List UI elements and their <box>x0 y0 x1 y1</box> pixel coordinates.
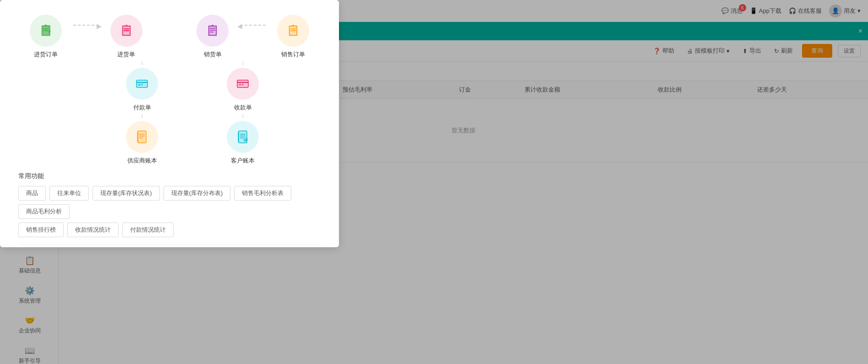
svg-rect-17 <box>138 84 141 86</box>
svg-rect-29 <box>137 132 138 142</box>
svg-rect-7 <box>208 25 217 36</box>
svg-rect-22 <box>239 84 241 86</box>
btn-sales-rank[interactable]: 销售排行榜 <box>59 223 64 237</box>
btn-partner[interactable]: 往来单位 <box>59 186 89 201</box>
svg-rect-24 <box>138 131 146 143</box>
purchase-order-icon <box>59 22 62 47</box>
svg-point-36 <box>243 137 248 142</box>
payment-icon: ¥ <box>126 68 158 100</box>
node-supplier-ledger[interactable]: 供应商账本 <box>110 121 174 165</box>
node-purchase-order[interactable]: 进货订单 <box>59 22 73 59</box>
common-buttons-row2: 销售排行榜 收款情况统计 付款情况统计 <box>59 223 321 237</box>
btn-stock-status[interactable]: 现存量(库存状况表) <box>93 186 160 201</box>
content-area: 首页 销售订单执行表 × × ❓ 帮助 🖨 <box>59 22 868 364</box>
btn-stock-dist[interactable]: 现存量(库存分布表) <box>164 186 231 201</box>
common-functions-title: 常用功能 <box>59 172 321 180</box>
sales-order-icon <box>277 22 309 47</box>
btn-product-gross[interactable]: 商品毛利分析 <box>59 204 70 219</box>
supplier-ledger-icon <box>126 121 158 153</box>
node-receipt[interactable]: ¥ 收款单 <box>211 68 275 112</box>
node-sales-bill[interactable]: 销货单 <box>185 22 240 59</box>
app-container: 6 畅康通好生意 标准版 装备及固定资产辅助管理系统 ▾ ⚙ 体验行业方案 💬 … <box>0 0 868 364</box>
node-sales-order[interactable]: 销售订单 <box>266 22 321 59</box>
sales-bill-icon <box>197 22 229 47</box>
purchase-bill-icon <box>110 22 142 47</box>
node-customer-ledger[interactable]: 客户账本 <box>211 121 275 165</box>
svg-text:¥: ¥ <box>241 82 244 87</box>
main-body: 🔍 搜索菜单 🏠 快捷导航 📢 营销推广 🛒 销售管理 📦 采购管理 🏪 <box>0 22 868 364</box>
popup-overlay[interactable]: 进货订单 ▶ <box>59 22 868 364</box>
page-inner: ❓ 帮助 🖨 按模板打印 ▾ ⬆ 导出 ↻ 刷新 <box>59 40 868 364</box>
node-purchase-bill[interactable]: 进货单 <box>99 22 154 59</box>
workflow-diagram: 进货订单 ▶ <box>59 22 321 165</box>
svg-rect-35 <box>238 132 239 142</box>
common-functions: 常用功能 商品 往来单位 现存量(库存状况表) 现存量(库存分布表) 销售毛利分… <box>59 172 321 237</box>
common-buttons-container: 商品 往来单位 现存量(库存状况表) 现存量(库存分布表) 销售毛利分析表 商品… <box>59 186 321 219</box>
svg-text:¥: ¥ <box>141 82 143 87</box>
receipt-icon: ¥ <box>227 68 259 100</box>
popup-scrollbar: ◀ ▶ <box>59 244 321 247</box>
node-payment[interactable]: ¥ 付款单 <box>110 68 174 112</box>
btn-payment-stat[interactable]: 付款情况统计 <box>122 223 174 237</box>
popup-box: 进货订单 ▶ <box>59 22 339 247</box>
btn-sales-gross[interactable]: 销售毛利分析表 <box>234 186 291 201</box>
btn-receipt-stat[interactable]: 收款情况统计 <box>67 223 119 237</box>
customer-ledger-icon <box>227 121 259 153</box>
